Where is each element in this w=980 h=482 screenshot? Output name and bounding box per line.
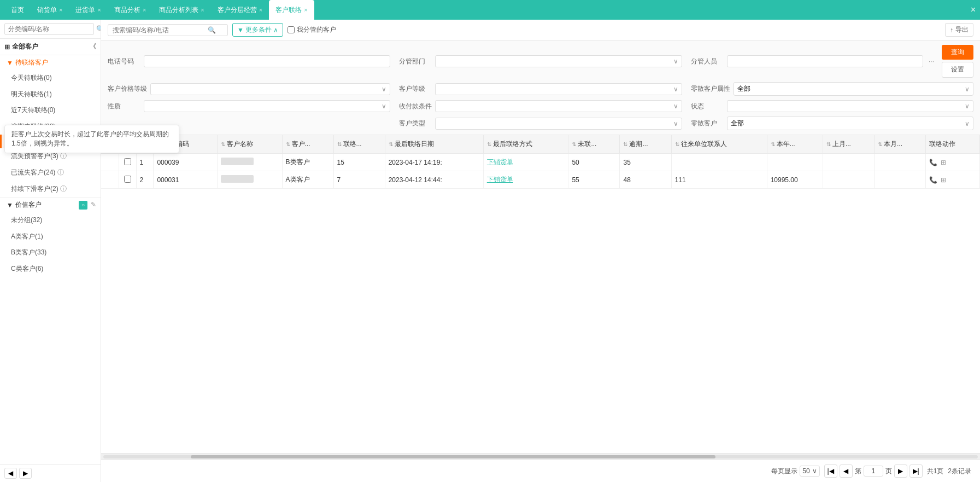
tab-purchase[interactable]: 进货单 × bbox=[69, 0, 107, 20]
th-unread[interactable]: 未联... bbox=[568, 135, 620, 154]
cell-checkbox[interactable] bbox=[119, 171, 136, 189]
sidebar-item-class-c[interactable]: C类客户(6) bbox=[0, 261, 101, 277]
export-button[interactable]: ↑ 导出 bbox=[945, 23, 973, 37]
cell-last-contact-method[interactable]: 下销货单 bbox=[483, 154, 568, 171]
action-phone-icon[interactable]: 📞 bbox=[929, 176, 937, 184]
value-customer-edit[interactable]: ✎ bbox=[91, 201, 96, 210]
customer-type-select[interactable]: ∨ bbox=[435, 118, 682, 130]
page-input[interactable] bbox=[864, 466, 883, 477]
th-company-contacts[interactable]: 往来单位联系人 bbox=[671, 135, 767, 154]
cell-checkbox[interactable] bbox=[119, 154, 136, 171]
my-customer-checkbox-wrap[interactable]: 我分管的客户 bbox=[287, 25, 336, 34]
sidebar-item-continuous-down[interactable]: 持续下滑客户(2) ⓘ bbox=[0, 181, 101, 198]
close-tab-product-analysis-list[interactable]: × bbox=[201, 7, 204, 13]
cell-last-contact-method[interactable]: 下销货单 bbox=[483, 171, 568, 189]
status-select[interactable]: ∨ bbox=[727, 100, 973, 112]
triangle-icon: ▼ bbox=[7, 59, 13, 67]
cell-last-contact-date: 2023-04-12 14:44: bbox=[385, 171, 483, 189]
sidebar-item-unclassified[interactable]: 未分组(32) bbox=[0, 212, 101, 229]
tab-sales[interactable]: 销货单 × bbox=[31, 0, 69, 20]
payment-filter-row: 收付款条件 ∨ bbox=[399, 100, 682, 112]
close-tab-customer-contact[interactable]: × bbox=[304, 7, 307, 13]
action-more-icon[interactable]: ⊞ bbox=[941, 176, 946, 184]
tab-home[interactable]: 首页 bbox=[4, 0, 31, 20]
export-icon: ↑ bbox=[950, 26, 953, 34]
person-filter-row: 分管人员 ··· 查询 设置 bbox=[691, 45, 973, 78]
tab-product-analysis-list[interactable]: 商品分析列表 × bbox=[152, 0, 210, 20]
prev-page-btn[interactable]: ◀ bbox=[840, 464, 853, 478]
last-page-btn[interactable]: ▶| bbox=[909, 464, 923, 478]
main-search-icon[interactable]: 🔍 bbox=[208, 26, 216, 34]
th-last-contact-method[interactable]: 最后联络方式 bbox=[483, 135, 568, 154]
action-more-icon[interactable]: ⊞ bbox=[941, 159, 946, 166]
chevron-icon: ∧ bbox=[273, 26, 278, 34]
close-tab-product-analysis[interactable]: × bbox=[143, 7, 146, 13]
close-tab-sales[interactable]: × bbox=[59, 7, 62, 13]
scrollbar-thumb[interactable] bbox=[191, 455, 715, 458]
retail-customer-select[interactable]: 全部 ∨ bbox=[727, 117, 973, 130]
tooltip-rebuy-anomaly: 距客户上次交易时长，超过了此客户的平均交易周期的1.5倍，则视为异常。 bbox=[4, 125, 101, 153]
cell-this-month bbox=[874, 154, 925, 171]
close-tab-customer-segmentation[interactable]: × bbox=[259, 7, 262, 13]
query-button[interactable]: 查询 bbox=[942, 45, 973, 60]
person-more-icon[interactable]: ··· bbox=[929, 57, 934, 65]
person-input[interactable] bbox=[727, 55, 923, 67]
action-phone-icon[interactable]: 📞 bbox=[929, 159, 937, 166]
row-checkbox[interactable] bbox=[124, 176, 131, 183]
phone-input[interactable] bbox=[144, 55, 390, 67]
next-page-btn[interactable]: ▶ bbox=[894, 464, 907, 478]
close-all-tabs[interactable]: × bbox=[971, 5, 976, 15]
sidebar-prev-btn[interactable]: ◀ bbox=[4, 468, 17, 479]
tab-customer-segmentation[interactable]: 客户分层经营 × bbox=[211, 0, 269, 20]
gender-select[interactable]: ∨ bbox=[144, 100, 390, 112]
cell-type: A类客户 bbox=[282, 171, 333, 189]
status-filter-row: 状态 ∨ bbox=[691, 100, 973, 112]
sidebar-item-tomorrow[interactable]: 明天待联络(1) bbox=[0, 86, 101, 103]
tab-customer-contact[interactable]: 客户联络 × bbox=[269, 0, 314, 20]
sidebar-item-already-lost[interactable]: 已流失客户(24) ⓘ bbox=[0, 165, 101, 181]
th-overdue[interactable]: 逾期... bbox=[620, 135, 671, 154]
th-last-month[interactable]: 上月... bbox=[823, 135, 874, 154]
cell-name[interactable] bbox=[218, 171, 282, 189]
sidebar-item-7days[interactable]: 近7天待联络(0) bbox=[0, 102, 101, 119]
price-level-select[interactable]: ∨ bbox=[150, 83, 390, 95]
my-customer-checkbox[interactable] bbox=[287, 26, 295, 33]
sidebar: 🔍 ⊞ 全部客户 《 ▼ 待联络客户 今天待联络(0) 明天待联络(1) 近7天… bbox=[0, 20, 101, 482]
per-page-select[interactable]: 50 ∨ bbox=[800, 466, 819, 477]
customer-level-select[interactable]: ∨ bbox=[435, 83, 682, 95]
sidebar-item-class-b[interactable]: B类客户(33) bbox=[0, 245, 101, 261]
payment-select[interactable]: ∨ bbox=[435, 100, 682, 112]
payment-arrow: ∨ bbox=[673, 102, 678, 110]
cell-name[interactable] bbox=[218, 154, 282, 171]
th-last-contact-date[interactable]: 最后联络日期 bbox=[385, 135, 483, 154]
th-this-year[interactable]: 本年... bbox=[767, 135, 823, 154]
row-checkbox[interactable] bbox=[124, 158, 131, 165]
horizontal-scrollbar[interactable] bbox=[101, 453, 980, 460]
th-type[interactable]: 客户... bbox=[282, 135, 333, 154]
page-label: 第 bbox=[855, 467, 861, 476]
sidebar-bottom-bar: ◀ ▶ bbox=[0, 464, 101, 482]
th-name[interactable]: 客户名称 bbox=[218, 135, 282, 154]
sidebar-item-class-a[interactable]: A类客户(1) bbox=[0, 229, 101, 245]
th-contact[interactable]: 联络... bbox=[333, 135, 385, 154]
collapse-sidebar[interactable]: 《 bbox=[90, 42, 96, 51]
sidebar-next-btn[interactable]: ▶ bbox=[19, 468, 32, 479]
more-conditions-btn[interactable]: ▼ 更多条件 ∧ bbox=[232, 23, 283, 37]
sidebar-search-icon[interactable]: 🔍 bbox=[96, 25, 101, 33]
close-tab-purchase[interactable]: × bbox=[97, 7, 101, 13]
retail-attr-select[interactable]: 全部 ∨ bbox=[733, 82, 973, 96]
scrollbar-track bbox=[103, 455, 978, 458]
sidebar-search-input[interactable] bbox=[4, 23, 94, 35]
tab-product-analysis[interactable]: 商品分析 × bbox=[108, 0, 152, 20]
retail-attr-arrow: ∨ bbox=[965, 85, 970, 93]
dept-select[interactable]: ∨ bbox=[435, 55, 682, 67]
pending-contact-group[interactable]: ▼ 待联络客户 bbox=[0, 55, 101, 70]
sidebar-item-today[interactable]: 今天待联络(0) bbox=[0, 70, 101, 86]
th-this-month[interactable]: 本月... bbox=[874, 135, 925, 154]
first-page-btn[interactable]: |◀ bbox=[824, 464, 837, 478]
settings-button[interactable]: 设置 bbox=[942, 62, 973, 78]
top-filter-bar: 🔍 ▼ 更多条件 ∧ 我分管的客户 ↑ 导出 bbox=[101, 20, 980, 40]
pagination-bar: 每页显示 50 ∨ |◀ ◀ 第 页 ▶ ▶| 共1页 2条记录 bbox=[101, 460, 980, 482]
value-customer-group[interactable]: ▼ 价值客户 ○ ✎ bbox=[0, 197, 101, 212]
main-search-input[interactable] bbox=[113, 26, 206, 34]
